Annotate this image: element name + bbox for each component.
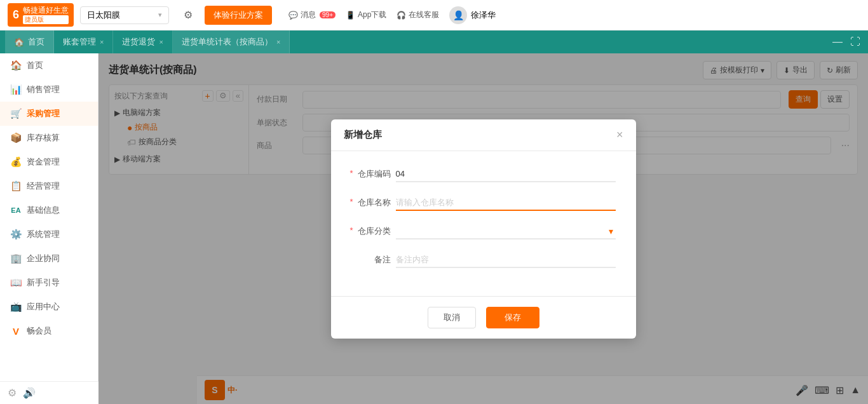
sidebar-enterprise-label: 企业协同	[27, 253, 60, 264]
minimize-window-button[interactable]: —	[830, 34, 845, 50]
modal-header: 新增仓库 ×	[331, 119, 636, 151]
content-area: 进货单统计(按商品) 🖨 按模板打印 ▾ ⬇ 导出 ↻ 刷新	[98, 53, 868, 404]
nav-tabs: 🏠 首页 账套管理 × 进货退货 × 进货单统计表（按商品） × — ⛶	[0, 30, 868, 53]
basic-info-icon: EA	[10, 205, 22, 216]
logo-icon: 6	[13, 8, 19, 22]
tab-account[interactable]: 账套管理 ×	[54, 30, 113, 53]
warehouse-remark-input[interactable]	[396, 252, 616, 268]
user-name: 徐泽华	[471, 10, 496, 21]
sidebar-home-label: 首页	[27, 60, 43, 71]
warehouse-name-input[interactable]	[396, 195, 616, 211]
category-select-wrap: ▾	[396, 224, 616, 239]
audio-icon[interactable]: 🔊	[23, 387, 36, 399]
sidebar-item-finance[interactable]: 💰 资金管理	[0, 150, 98, 174]
purchase-icon: 🛒	[10, 108, 22, 119]
warehouse-code-input[interactable]	[396, 166, 616, 182]
phone-icon: 📱	[346, 11, 355, 20]
sidebar-management-label: 经营管理	[27, 180, 60, 192]
guide-icon: 📖	[10, 277, 22, 288]
logo-text: 畅捷通好生意	[23, 6, 69, 15]
sidebar-system-label: 系统管理	[27, 229, 60, 240]
new-warehouse-modal: 新增仓库 × 仓库编码 仓库名称 仓库分类	[331, 119, 636, 339]
maximize-window-button[interactable]: ⛶	[848, 34, 863, 50]
sidebar-bottom: ⚙ 🔊	[0, 381, 98, 404]
warehouse-category-select[interactable]	[396, 224, 616, 239]
store-name: 日太阳膜	[87, 10, 120, 21]
modal-close-button[interactable]: ×	[616, 128, 623, 142]
tab-purchase-return-label: 进货退货	[122, 36, 155, 48]
close-tab-purchase-stats-icon[interactable]: ×	[276, 38, 280, 46]
close-tab-account-icon[interactable]: ×	[100, 38, 104, 46]
sidebar-item-basic-info[interactable]: EA 基础信息	[0, 198, 98, 222]
logo-area[interactable]: 6 畅捷通好生意 捷员版	[8, 3, 74, 26]
user-menu[interactable]: 👤 徐泽华	[449, 6, 496, 24]
sidebar-item-management[interactable]: 📋 经营管理	[0, 174, 98, 198]
main-layout: 🏠 首页 📊 销售管理 🛒 采购管理 📦 库存核算 💰 资金管理 📋 经营管理 …	[0, 53, 868, 404]
system-icon: ⚙️	[10, 229, 22, 240]
sidebar-item-enterprise[interactable]: 🏢 企业协同	[0, 246, 98, 271]
sidebar-item-purchase[interactable]: 🛒 采购管理	[0, 102, 98, 126]
finance-icon: 💰	[10, 156, 22, 168]
inventory-icon: 📦	[10, 132, 22, 144]
top-right-actions: 💬 消息 99+ 📱 App下载 🎧 在线客服 👤 徐泽华	[288, 6, 496, 24]
sidebar-sales-label: 销售管理	[27, 84, 60, 95]
sidebar-basic-info-label: 基础信息	[27, 205, 60, 216]
sidebar-item-home[interactable]: 🏠 首页	[0, 53, 98, 77]
sidebar-apps-label: 应用中心	[27, 301, 60, 313]
app-download-button[interactable]: 📱 App下载	[346, 10, 386, 20]
enterprise-icon: 🏢	[10, 253, 22, 264]
form-row-code: 仓库编码	[351, 166, 616, 182]
tab-home[interactable]: 🏠 首页	[5, 30, 54, 53]
online-service-label: 在线客服	[409, 10, 439, 20]
home-tab-icon: 🏠	[14, 37, 24, 47]
form-row-category: 仓库分类 ▾	[351, 224, 616, 239]
form-row-remark: 备注	[351, 252, 616, 268]
tab-home-label: 首页	[28, 36, 44, 48]
remark-label: 备注	[351, 254, 396, 266]
cancel-button[interactable]: 取消	[428, 307, 476, 328]
close-tab-purchase-return-icon[interactable]: ×	[159, 38, 163, 46]
online-service-button[interactable]: 🎧 在线客服	[397, 10, 439, 20]
sidebar-item-guide[interactable]: 📖 新手引导	[0, 271, 98, 295]
sidebar-item-inventory[interactable]: 📦 库存核算	[0, 126, 98, 150]
sidebar-guide-label: 新手引导	[27, 277, 60, 288]
form-row-name: 仓库名称	[351, 195, 616, 211]
sidebar-item-member[interactable]: V 畅会员	[0, 319, 98, 343]
tab-window-actions: — ⛶	[830, 34, 863, 50]
category-label: 仓库分类	[351, 226, 396, 237]
sidebar-item-sales[interactable]: 📊 销售管理	[0, 77, 98, 102]
app-download-label: App下载	[358, 10, 386, 20]
modal-title: 新增仓库	[344, 129, 382, 141]
home-icon: 🏠	[10, 60, 22, 71]
sidebar-item-apps[interactable]: 📺 应用中心	[0, 295, 98, 319]
tab-purchase-return[interactable]: 进货退货 ×	[113, 30, 172, 53]
member-icon: V	[10, 325, 22, 337]
trial-button[interactable]: 体验行业方案	[205, 6, 272, 25]
sales-icon: 📊	[10, 84, 22, 95]
messages-badge: 99+	[320, 11, 336, 18]
settings-icon[interactable]: ⚙	[178, 5, 198, 25]
name-label: 仓库名称	[351, 197, 396, 208]
top-bar: 6 畅捷通好生意 捷员版 日太阳膜 ▾ ⚙ 体验行业方案 💬 消息 99+ 📱 …	[0, 0, 868, 30]
chevron-down-icon: ▾	[158, 11, 162, 19]
tab-purchase-stats-label: 进货单统计表（按商品）	[182, 36, 273, 48]
headset-icon: 🎧	[397, 11, 406, 20]
sidebar-item-system[interactable]: ⚙️ 系统管理	[0, 222, 98, 246]
code-label: 仓库编码	[351, 168, 396, 180]
modal-body: 仓库编码 仓库名称 仓库分类	[331, 151, 636, 296]
save-button[interactable]: 保存	[486, 307, 539, 328]
modal-footer: 取消 保存	[331, 296, 636, 339]
tab-purchase-stats[interactable]: 进货单统计表（按商品） ×	[173, 30, 290, 53]
avatar: 👤	[449, 6, 467, 24]
sidebar-member-label: 畅会员	[27, 325, 51, 337]
message-icon: 💬	[288, 11, 298, 20]
modal-overlay[interactable]: 新增仓库 × 仓库编码 仓库名称 仓库分类	[98, 53, 868, 404]
sidebar: 🏠 首页 📊 销售管理 🛒 采购管理 📦 库存核算 💰 资金管理 📋 经营管理 …	[0, 53, 98, 404]
management-icon: 📋	[10, 180, 22, 192]
logo-badge: 捷员版	[23, 15, 69, 24]
tab-account-label: 账套管理	[63, 36, 96, 48]
settings-bottom-icon[interactable]: ⚙	[8, 387, 17, 399]
store-selector[interactable]: 日太阳膜 ▾	[80, 6, 169, 24]
sidebar-finance-label: 资金管理	[27, 156, 60, 168]
messages-button[interactable]: 💬 消息 99+	[288, 10, 336, 20]
